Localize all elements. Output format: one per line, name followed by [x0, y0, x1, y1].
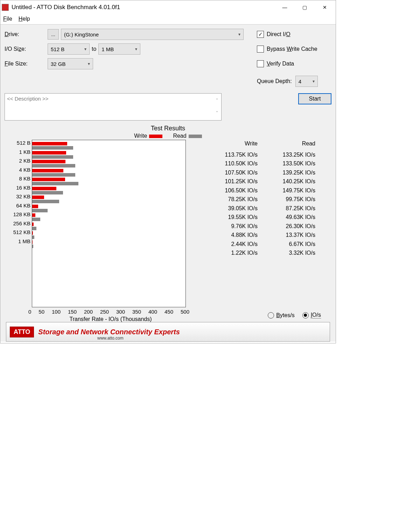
verify-data-checkbox[interactable]	[257, 60, 264, 67]
chart-y-labels: 512 B1 KB2 KB4 KB8 KB16 KB32 KB64 KB128 …	[5, 140, 32, 322]
label-io-per-s: IO/s	[311, 312, 321, 319]
browse-drive-button[interactable]: ...	[48, 29, 59, 40]
read-swatch-icon	[189, 135, 202, 138]
app-window: Untitled - ATTO Disk Benchmark 4.01.0f1 …	[0, 0, 336, 343]
chart-plot	[32, 140, 186, 307]
unit-io-radio[interactable]	[302, 312, 309, 319]
chevron-down-icon: ▾	[238, 32, 240, 37]
chart-x-ticks: 050100150200250300350400450500	[28, 309, 189, 315]
description-box: ˄ ˅	[5, 93, 222, 121]
write-values-column: Write113.75K IO/s110.50K IO/s107.50K IO/…	[200, 140, 258, 322]
chevron-down-icon: ▾	[88, 61, 90, 66]
footer-tagline: Storage and Network Connectivity Experts	[38, 328, 180, 336]
minimize-button[interactable]: —	[275, 2, 294, 13]
chart-legend: Write Read	[5, 133, 331, 139]
label-io-size: I/O Size:	[5, 46, 45, 52]
drive-select[interactable]: (G:) KingStone ▾	[61, 29, 244, 40]
unit-bytes-radio[interactable]	[268, 312, 274, 319]
label-direct-io: Direct I/O	[267, 31, 290, 37]
maximize-button[interactable]: ▢	[295, 2, 314, 13]
label-bypass: Bypass Write Cache	[267, 46, 317, 52]
footer-banner: ATTO Storage and Network Connectivity Ex…	[6, 322, 330, 342]
write-swatch-icon	[149, 135, 162, 138]
direct-io-checkbox[interactable]: ✓	[257, 31, 264, 38]
results-title: Test Results	[5, 125, 331, 132]
menu-file[interactable]: File	[3, 16, 12, 22]
menu-help[interactable]: Help	[19, 16, 30, 22]
window-title: Untitled - ATTO Disk Benchmark 4.01.0f1	[12, 4, 275, 11]
chart-x-label: Transfer Rate - IO/s (Thousands)	[32, 316, 189, 322]
read-values-column: Read133.25K IO/s133.50K IO/s139.25K IO/s…	[258, 140, 315, 322]
queue-depth-select[interactable]: 4▾	[295, 76, 318, 87]
label-verify: Verify Data	[267, 61, 294, 67]
io-size-from-select[interactable]: 512 B▾	[48, 43, 90, 55]
label-drive: Drive:	[5, 31, 45, 37]
menu-bar: File Help	[0, 14, 336, 25]
chevron-down-icon: ▾	[313, 79, 315, 84]
chevron-up-icon[interactable]: ˄	[216, 98, 218, 103]
chevron-down-icon: ▾	[135, 47, 137, 52]
start-button[interactable]: Start	[298, 93, 331, 104]
chevron-down-icon[interactable]: ˅	[216, 111, 218, 116]
app-icon	[2, 4, 9, 11]
io-size-to-select[interactable]: 1 MB▾	[98, 43, 140, 55]
description-input[interactable]	[5, 94, 213, 120]
label-file-size: File Size:	[5, 61, 45, 67]
title-bar[interactable]: Untitled - ATTO Disk Benchmark 4.01.0f1 …	[0, 0, 336, 14]
atto-logo: ATTO	[10, 327, 34, 337]
label-bytes-per-s: Bytes/s	[276, 312, 294, 319]
label-to: to	[92, 46, 96, 52]
close-button[interactable]: ✕	[315, 2, 334, 13]
chevron-down-icon: ▾	[84, 47, 86, 52]
drive-select-value: (G:) KingStone	[64, 32, 99, 37]
footer-url: www.atto.com	[97, 336, 124, 341]
label-queue-depth: Queue Depth:	[257, 78, 292, 84]
file-size-select[interactable]: 32 GB▾	[48, 58, 93, 69]
bypass-write-cache-checkbox[interactable]	[257, 46, 264, 53]
